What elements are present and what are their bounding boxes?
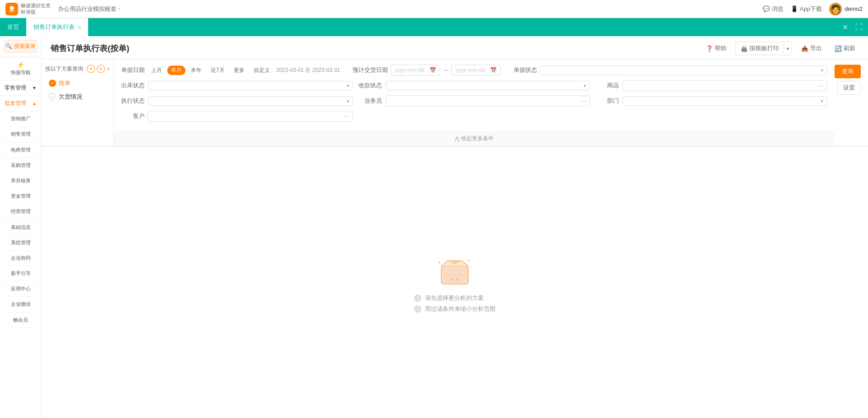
print-dropdown-arrow[interactable]: ▾	[783, 44, 792, 53]
settings-button[interactable]: 设置	[837, 81, 861, 95]
sidebar-item-system[interactable]: 系统管理	[0, 235, 41, 251]
empty-state: ✦ ✦ ✦ 1 请先选择要分析的方案	[396, 234, 514, 331]
exec-status-label: 执行状态	[121, 97, 145, 105]
svg-text:✦: ✦	[471, 266, 472, 269]
top-header: 畅捷通好生意 标准版 办公用品行业模拟账套 ▾ 💬 消息 📱 App下载 🧑 d…	[0, 0, 868, 18]
search-menu-button[interactable]: 🔍 搜索菜单	[4, 40, 38, 52]
salesperson-select-icon[interactable]: ···	[581, 98, 586, 104]
app-download-button[interactable]: 📱 App下载	[791, 5, 822, 13]
date-btn-this-year[interactable]: 本年	[187, 66, 205, 75]
logo-text: 畅捷通好生意 标准版	[21, 3, 51, 14]
sidebar-item-basic-info[interactable]: 基础信息	[0, 220, 41, 235]
search-button[interactable]: 查询	[835, 65, 861, 78]
message-button[interactable]: 💬 消息	[763, 5, 783, 13]
filter-row-1: 单据日期 上月 本月 本年 近7天 更多 自定义 2023-03-01 至 20…	[121, 65, 827, 76]
customer-input[interactable]: ···	[147, 111, 353, 122]
sidebar-item-member[interactable]: 畅会员	[0, 313, 41, 328]
sidebar-section-retail: 零售管理 ▼	[0, 81, 41, 96]
scheme-panel-header: 按以下方案查询 + ✎ «	[45, 65, 110, 73]
user-avatar-button[interactable]: 🧑 demo2	[829, 3, 863, 15]
results-area: ✦ ✦ ✦ 1 请先选择要分析的方案	[42, 147, 868, 418]
sidebar-item-marketing[interactable]: 营销推广	[0, 111, 41, 127]
date-quick-buttons: 上月 本月 本年 近7天 更多 自定义	[147, 66, 274, 75]
scheme-add-button[interactable]: +	[87, 65, 95, 73]
main-layout: 🔍 搜索菜单 ⚡ 快捷导航 零售管理 ▼ 批发管理 ▲ 营销推广 销售管理	[0, 36, 868, 418]
sidebar-item-wechat[interactable]: 企业微信	[0, 297, 41, 312]
exec-status-select[interactable]: ▾	[148, 96, 353, 106]
collect-status-label: 收款状态	[359, 81, 382, 90]
tab-home[interactable]: 首页	[0, 18, 26, 36]
sidebar-search-area: 🔍 搜索菜单	[0, 36, 41, 57]
salesperson-label: 业务员	[359, 97, 382, 105]
exec-status-arrow-icon: ▾	[347, 99, 349, 104]
refresh-icon: 🔄	[835, 45, 842, 52]
date-btn-last-month[interactable]: 上月	[147, 66, 165, 75]
customer-select-icon[interactable]: ···	[344, 113, 349, 119]
scheme-item-shortage[interactable]: ○ 欠货情况	[45, 90, 110, 104]
date-btn-this-month[interactable]: 本月	[167, 66, 185, 75]
out-status-label: 出库状态	[121, 81, 145, 90]
scheme-active-icon: ✓	[49, 80, 56, 87]
help-button[interactable]: ❓ 帮助	[702, 43, 730, 54]
sidebar-item-newuser[interactable]: 新手引导	[0, 266, 41, 281]
filter-row-3: 执行状态 ▾ 业务员 ···	[121, 95, 827, 106]
refresh-button[interactable]: 🔄 刷新	[831, 43, 859, 54]
print-icon: 🖨️	[741, 45, 748, 52]
tab-close-all-icon[interactable]: ✕	[840, 21, 850, 33]
tab-close-icon[interactable]: ×	[78, 24, 81, 30]
out-status-select[interactable]: ▾	[148, 81, 353, 90]
date-btn-7days[interactable]: 近7天	[207, 66, 228, 75]
scheme-collapse-button[interactable]: «	[107, 66, 110, 72]
goods-input[interactable]: ···	[623, 80, 827, 91]
date-btn-more[interactable]: 更多	[230, 66, 248, 75]
sidebar-item-ecommerce[interactable]: 电商管理	[0, 142, 41, 158]
predicted-date-label: 预计交货日期	[353, 66, 388, 74]
sidebar-item-inventory[interactable]: 库存核算	[0, 173, 41, 189]
sidebar-item-cooperation[interactable]: 企业协同	[0, 251, 41, 266]
out-status-group: 出库状态 ▾	[121, 81, 353, 90]
filter-form-wrapper: 单据日期 上月 本月 本年 近7天 更多 自定义 2023-03-01 至 20…	[114, 59, 835, 145]
tab-sales-order-exec[interactable]: 销售订单执行表 ×	[26, 18, 88, 36]
scheme-edit-button[interactable]: ✎	[97, 65, 105, 73]
collect-status-select[interactable]: ▾	[386, 81, 590, 90]
sidebar-item-operations[interactable]: 经营管理	[0, 204, 41, 219]
predicted-date-start-input[interactable]: yyyy-mm-dd 📅	[391, 65, 440, 76]
dept-group: 部门 ▾	[595, 96, 827, 106]
salesperson-group: 业务员 ···	[359, 95, 590, 106]
collect-status-arrow-icon: ▾	[584, 83, 586, 88]
date-filter-group: 单据日期 上月 本月 本年 近7天 更多 自定义 2023-03-01 至 20…	[121, 66, 340, 75]
date-btn-custom[interactable]: 自定义	[250, 66, 274, 75]
sidebar: 🔍 搜索菜单 ⚡ 快捷导航 零售管理 ▼ 批发管理 ▲ 营销推广 销售管理	[0, 36, 42, 418]
sidebar-item-purchase[interactable]: 采购管理	[0, 158, 41, 173]
collapse-icon: ⋀	[455, 136, 459, 142]
goods-label: 商品	[595, 81, 619, 90]
filter-row-4: 客户 ···	[121, 111, 827, 122]
exec-status-group: 执行状态 ▾	[121, 96, 353, 106]
scheme-item-by-order[interactable]: ✓ 按单	[45, 76, 110, 90]
salesperson-input[interactable]: ···	[386, 95, 590, 106]
print-button[interactable]: 🖨️ 按模板打印	[736, 42, 783, 55]
logo-area: 畅捷通好生意 标准版	[5, 3, 51, 15]
sidebar-item-wholesale[interactable]: 批发管理 ▲	[0, 96, 41, 111]
tab-bar: 首页 销售订单执行表 × ✕ ⛶	[0, 18, 868, 36]
sidebar-item-quick-nav[interactable]: ⚡ 快捷导航	[0, 57, 41, 81]
download-icon: 📱	[791, 5, 798, 12]
avatar: 🧑	[829, 3, 842, 15]
sidebar-item-retail[interactable]: 零售管理 ▼	[0, 81, 41, 95]
goods-select-icon[interactable]: ···	[819, 82, 823, 89]
status-select[interactable]: ▾	[540, 66, 827, 75]
predicted-date-end-input[interactable]: yyyy-mm-dd 📅	[451, 65, 501, 76]
dept-select[interactable]: ▾	[623, 96, 827, 106]
svg-point-0	[9, 6, 14, 10]
status-select-arrow-icon: ▾	[821, 68, 823, 73]
tab-bar-actions: ✕ ⛶	[840, 21, 868, 33]
sidebar-item-finance[interactable]: 资金管理	[0, 189, 41, 204]
out-status-arrow-icon: ▾	[347, 83, 349, 88]
sidebar-item-sales[interactable]: 销售管理	[0, 127, 41, 142]
customer-group: 客户 ···	[121, 111, 353, 122]
svg-point-6	[451, 278, 454, 281]
tab-fullscreen-icon[interactable]: ⛶	[854, 21, 864, 33]
sidebar-item-appcenter[interactable]: 应用中心	[0, 281, 41, 297]
export-button[interactable]: 📤 导出	[797, 43, 826, 54]
collapse-filters-button[interactable]: ⋀ 收起更多条件	[114, 132, 835, 145]
